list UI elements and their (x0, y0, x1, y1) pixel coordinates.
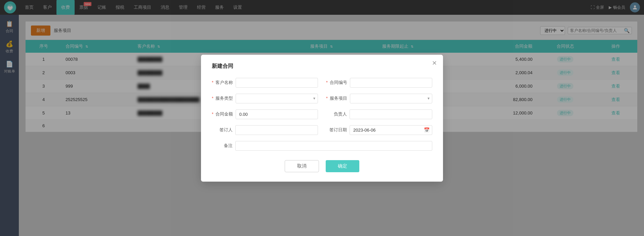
customer-required-star: * (212, 80, 213, 85)
contract-no-group: * 合同编号 (326, 78, 432, 88)
signer-label: 签订人 (212, 127, 233, 133)
main-layout: 📋 合同 💰 收费 📄 对账单 新增 服务项目 进行中 已完成 已终止 (0, 15, 644, 236)
modal-title: 新建合同 (212, 63, 432, 70)
service-project-group: * 服务项目 (326, 94, 432, 103)
amount-label: * 合同金额 (212, 111, 233, 117)
amount-group: * 合同金额 (212, 109, 318, 119)
signer-group: 签订人 (212, 125, 318, 135)
service-type-select[interactable] (236, 94, 318, 103)
sign-date-group: 签订日期 📅 (326, 125, 432, 135)
remark-label: 备注 (212, 143, 233, 149)
owner-label: 负责人 (326, 111, 347, 117)
service-project-select-wrap (350, 94, 432, 103)
service-type-select-wrap (236, 94, 318, 103)
amount-required-star: * (212, 111, 213, 116)
remark-group: 备注 (212, 141, 432, 151)
owner-group: 负责人 (326, 109, 432, 119)
service-project-required-star: * (326, 96, 328, 101)
contract-no-required-star: * (326, 80, 328, 85)
modal-overlay: 新建合同 ✕ * 客户名称 * 合同编号 (19, 15, 644, 236)
remark-input[interactable] (235, 141, 432, 151)
calendar-icon[interactable]: 📅 (424, 127, 430, 133)
modal-footer: 取消 确定 (212, 160, 432, 172)
amount-input[interactable] (236, 109, 318, 119)
confirm-button[interactable]: 确定 (326, 160, 359, 172)
contract-no-label: * 合同编号 (326, 80, 347, 86)
signer-input[interactable] (235, 125, 318, 135)
service-type-label: * 服务类型 (212, 95, 233, 101)
sign-date-label: 签订日期 (326, 127, 347, 133)
customer-name-group: * 客户名称 (212, 78, 318, 88)
cancel-button[interactable]: 取消 (285, 160, 319, 172)
service-type-group: * 服务类型 (212, 94, 318, 103)
service-project-label: * 服务项目 (326, 95, 347, 101)
owner-input[interactable] (350, 109, 432, 119)
service-project-select[interactable] (350, 94, 432, 103)
new-contract-modal: 新建合同 ✕ * 客户名称 * 合同编号 (201, 55, 443, 182)
sign-date-input[interactable] (350, 125, 432, 135)
service-type-required-star: * (212, 96, 213, 101)
sign-date-input-wrap: 📅 (350, 125, 432, 135)
modal-close-button[interactable]: ✕ (432, 59, 437, 67)
customer-name-input[interactable] (236, 78, 318, 88)
main-content: 新增 服务项目 进行中 已完成 已终止 🔍 (19, 15, 644, 236)
form-grid: * 客户名称 * 合同编号 (212, 78, 432, 151)
contract-no-input[interactable] (350, 78, 432, 88)
customer-name-label: * 客户名称 (212, 80, 233, 86)
